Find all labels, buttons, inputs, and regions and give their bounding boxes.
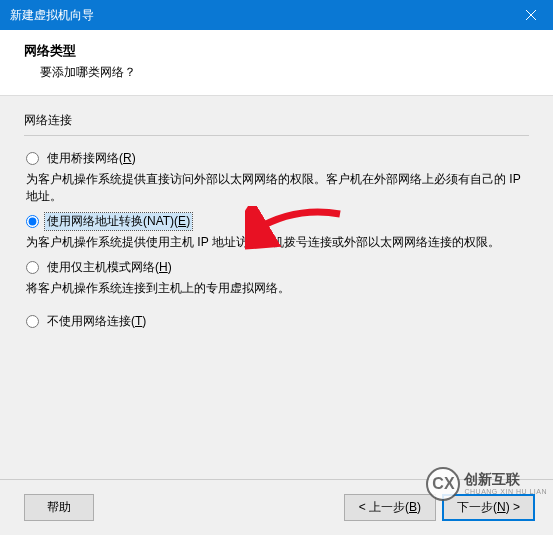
option-hostonly-desc: 将客户机操作系统连接到主机上的专用虚拟网络。 <box>26 281 290 295</box>
page-heading: 网络类型 <box>24 42 529 60</box>
option-bridge[interactable]: 使用桥接网络(R) <box>26 150 527 167</box>
option-nat-label: 使用网络地址转换(NAT)(E) <box>45 213 192 230</box>
option-none-label: 不使用网络连接(T) <box>45 313 148 330</box>
group-label: 网络连接 <box>24 112 72 129</box>
watermark-logo: CX <box>426 467 460 501</box>
group-header: 网络连接 <box>24 112 529 135</box>
close-button[interactable] <box>508 0 553 30</box>
page-subheading: 要添加哪类网络？ <box>24 64 529 81</box>
back-button[interactable]: < 上一步(B) <box>344 494 436 521</box>
radio-hostonly[interactable] <box>26 261 39 274</box>
help-button[interactable]: 帮助 <box>24 494 94 521</box>
watermark-subtext: CHUANG XIN HU LIAN <box>464 488 547 496</box>
close-icon <box>526 10 536 20</box>
titlebar: 新建虚拟机向导 <box>0 0 553 30</box>
radio-none[interactable] <box>26 315 39 328</box>
option-bridge-label: 使用桥接网络(R) <box>45 150 138 167</box>
watermark-text: 创新互联 <box>464 472 547 487</box>
radio-bridge[interactable] <box>26 152 39 165</box>
option-hostonly-label: 使用仅主机模式网络(H) <box>45 259 174 276</box>
radio-nat[interactable] <box>26 215 39 228</box>
network-options-group: 使用桥接网络(R) 为客户机操作系统提供直接访问外部以太网网络的权限。客户机在外… <box>24 136 529 338</box>
option-bridge-desc: 为客户机操作系统提供直接访问外部以太网网络的权限。客户机在外部网络上必须有自己的… <box>26 172 520 203</box>
option-none[interactable]: 不使用网络连接(T) <box>26 313 527 330</box>
wizard-body: 网络连接 使用桥接网络(R) 为客户机操作系统提供直接访问外部以太网网络的权限。… <box>0 96 553 348</box>
window-title: 新建虚拟机向导 <box>10 7 94 24</box>
option-hostonly[interactable]: 使用仅主机模式网络(H) <box>26 259 527 276</box>
option-nat-desc: 为客户机操作系统提供使用主机 IP 地址访问主机拨号连接或外部以太网网络连接的权… <box>26 235 500 249</box>
watermark: CX 创新互联 CHUANG XIN HU LIAN <box>426 467 547 501</box>
option-nat[interactable]: 使用网络地址转换(NAT)(E) <box>26 213 527 230</box>
wizard-header: 网络类型 要添加哪类网络？ <box>0 30 553 96</box>
